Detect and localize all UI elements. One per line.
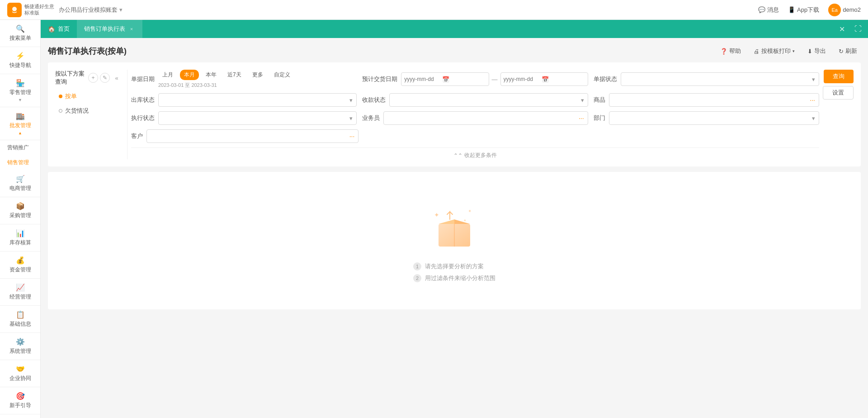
- expected-date-start-input[interactable]: 📅: [401, 72, 489, 86]
- sidebar-item-basic[interactable]: 📋 基础信息: [0, 306, 40, 333]
- tab-close-button[interactable]: ×: [128, 25, 135, 33]
- date-this-year-btn[interactable]: 本年: [202, 70, 221, 80]
- filter-sidebar-header: 按以下方案查询 + ✎ «: [55, 70, 122, 86]
- sidebar-item-search[interactable]: 🔍 搜索菜单: [0, 20, 40, 47]
- export-button[interactable]: ⬇ 导出: [804, 45, 830, 57]
- sidebar-item-finance[interactable]: 💰 资金管理: [0, 252, 40, 279]
- date-separator: —: [491, 76, 499, 83]
- tip-num-1: 1: [413, 262, 421, 271]
- sidebar-item-quick-nav[interactable]: ⚡ 快捷导航: [0, 47, 40, 74]
- sidebar-item-label: 搜索菜单: [9, 34, 31, 42]
- customer-field: 客户 ···: [131, 129, 359, 143]
- sidebar-item-label: 快捷导航: [9, 62, 31, 69]
- tab-home[interactable]: 🏠 首页: [41, 20, 77, 38]
- message-label: 消息: [767, 6, 779, 14]
- chevron-down-icon: ▾: [812, 76, 815, 83]
- tab-close-all-button[interactable]: ✕: [835, 23, 848, 35]
- salesperson-input[interactable]: ···: [383, 111, 588, 125]
- sidebar-item-enterprise[interactable]: 🤝 企业协同: [0, 360, 40, 387]
- tab-maximize-button[interactable]: ⛶: [852, 23, 864, 35]
- header-right: 💬 消息 📱 App下载 Ea demo2: [758, 4, 861, 16]
- collapse-sidebar-button[interactable]: «: [112, 73, 122, 83]
- expected-date-start[interactable]: [404, 76, 440, 82]
- sidebar-item-sales[interactable]: 销售管理: [0, 155, 40, 170]
- customer-input[interactable]: ···: [146, 129, 359, 143]
- sidebar-item-label: 企业协同: [9, 375, 31, 382]
- query-button[interactable]: 查询: [824, 70, 854, 83]
- sidebar-item-operations[interactable]: 📈 经营管理: [0, 279, 40, 306]
- department-label: 部门: [594, 114, 605, 122]
- calendar-start-icon: 📅: [442, 76, 449, 83]
- operations-icon: 📈: [16, 283, 25, 292]
- date-last7days-btn[interactable]: 近7天: [223, 70, 245, 80]
- svg-marker-3: [454, 219, 470, 224]
- tab-home-label: 首页: [58, 25, 70, 33]
- tab-bar: 🏠 首页 销售订单执行表 × ✕ ⛶: [41, 20, 868, 38]
- sidebar-item-label: 资金管理: [9, 266, 31, 274]
- sidebar-item-app-center[interactable]: 📱 应用中心: [0, 414, 40, 418]
- header-left: 畅捷通好生意 标准版 办公用品行业模拟账套 ▾: [7, 3, 123, 17]
- empty-illustration: ✦ ✦ ✦: [427, 199, 481, 253]
- edit-scheme-button[interactable]: ✎: [100, 73, 110, 83]
- filter-body: 单据日期 上月 本月 本年 近7天 更多 自定义: [131, 70, 819, 159]
- help-button[interactable]: ❓ 帮助: [717, 45, 745, 57]
- department-select[interactable]: ▾: [609, 111, 819, 125]
- add-scheme-button[interactable]: +: [88, 73, 98, 83]
- department-field: 部门 ▾: [594, 111, 819, 125]
- receive-status-label: 收款状态: [362, 96, 386, 104]
- user-profile[interactable]: Ea demo2: [828, 4, 861, 16]
- sidebar-item-purchase[interactable]: 📦 采购管理: [0, 197, 40, 224]
- chevron-down-icon: ▾: [349, 115, 353, 122]
- sidebar-item-newbie[interactable]: 🎯 新手引导: [0, 387, 40, 414]
- app-download-button[interactable]: 📱 App下载: [788, 6, 819, 14]
- collapse-button[interactable]: ⌃⌃ 收起更多条件: [453, 152, 497, 159]
- refresh-label: 刷新: [845, 47, 857, 55]
- goods-field: 商品 ···: [594, 93, 819, 107]
- top-header: 畅捷通好生意 标准版 办公用品行业模拟账套 ▾ 💬 消息 📱 App下载 Ea …: [0, 0, 868, 20]
- tab-current[interactable]: 销售订单执行表 ×: [77, 20, 142, 38]
- expected-date-end-input[interactable]: 📅: [500, 72, 588, 86]
- date-this-month-btn[interactable]: 本月: [180, 70, 199, 80]
- goods-input[interactable]: ···: [609, 93, 819, 107]
- sidebar-item-marketing[interactable]: 营销推广: [0, 140, 40, 155]
- out-status-select[interactable]: ▾: [158, 93, 357, 107]
- sidebar-item-ecommerce[interactable]: 🛒 电商管理: [0, 170, 40, 197]
- sidebar-item-label: 销售管理: [7, 159, 29, 166]
- logo-text: 畅捷通好生意 标准版: [24, 4, 54, 15]
- filter-row-4: 客户 ···: [131, 129, 819, 143]
- refresh-button[interactable]: ↻ 刷新: [835, 45, 861, 57]
- empty-tips: 1 请先选择要分析的方案 2 用过滤条件来缩小分析范围: [413, 262, 495, 282]
- date-quick-filters: 上月 本月 本年 近7天 更多 自定义: [158, 70, 357, 80]
- export-label: 导出: [814, 47, 826, 55]
- breadcrumb[interactable]: 办公用品行业模拟账套 ▾: [59, 6, 123, 14]
- expected-date-end[interactable]: [504, 76, 540, 82]
- salesperson-dots-icon: ···: [579, 114, 584, 122]
- page-content: 销售订单执行表(按单) ❓ 帮助 🖨 按模板打印 ▾ ⬇ 导出: [41, 38, 868, 418]
- customer-label: 客户: [131, 132, 143, 140]
- logo-area: 畅捷通好生意 标准版: [7, 3, 54, 17]
- app-download-icon: 📱: [788, 6, 795, 13]
- page-title-bar: 销售订单执行表(按单) ❓ 帮助 🖨 按模板打印 ▾ ⬇ 导出: [48, 45, 861, 57]
- export-icon: ⬇: [807, 48, 812, 55]
- sidebar: 🔍 搜索菜单 ⚡ 快捷导航 🏪 零售管理 ▼ 🏬 批发管理 ▲ 营销推广 销售管…: [0, 20, 41, 418]
- sidebar-item-retail[interactable]: 🏪 零售管理 ▼: [0, 74, 40, 107]
- scheme-item-by-order[interactable]: 按单: [55, 90, 122, 103]
- sidebar-item-label: 批发管理: [9, 122, 31, 129]
- print-button[interactable]: 🖨 按模板打印 ▾: [750, 45, 798, 57]
- exec-status-select[interactable]: ▾: [158, 111, 357, 125]
- sidebar-item-system[interactable]: ⚙️ 系统管理: [0, 333, 40, 360]
- filter-sidebar-actions: + ✎ «: [88, 73, 122, 83]
- sidebar-item-inventory[interactable]: 📊 库存核算: [0, 224, 40, 252]
- svg-text:✦: ✦: [463, 218, 467, 223]
- receive-status-select[interactable]: ▾: [389, 93, 588, 107]
- reset-button[interactable]: 设置: [823, 86, 854, 100]
- date-last-month-btn[interactable]: 上月: [158, 70, 177, 80]
- order-status-select[interactable]: ▾: [621, 72, 819, 86]
- date-more-btn[interactable]: 更多: [248, 70, 267, 80]
- message-button[interactable]: 💬 消息: [758, 6, 779, 14]
- avatar: Ea: [828, 4, 841, 16]
- sidebar-item-wholesale[interactable]: 🏬 批发管理 ▲: [0, 107, 40, 140]
- scheme-item-shortage[interactable]: 欠货情况: [55, 104, 122, 118]
- date-custom-btn[interactable]: 自定义: [270, 70, 294, 80]
- system-icon: ⚙️: [16, 337, 25, 346]
